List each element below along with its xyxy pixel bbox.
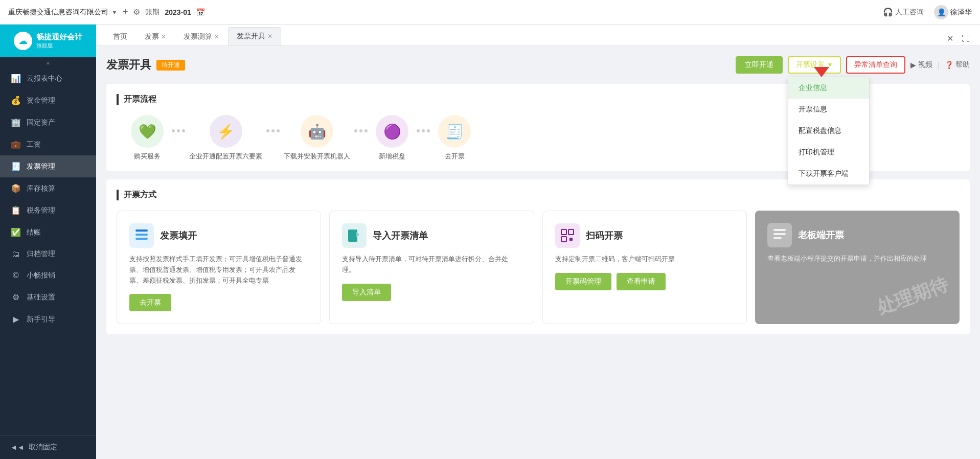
svg-rect-11 xyxy=(773,233,786,235)
method-scan-name: 扫码开票 xyxy=(586,230,623,242)
method-boss-desc: 查看老板端小程序提交的开票申请，并作出相应的处理 xyxy=(767,254,947,264)
method-boss-icon xyxy=(767,223,792,247)
sidebar-item-kucun[interactable]: 📦 库存核算 xyxy=(0,177,96,199)
dropdown-item-invoice-info[interactable]: 开票信息 xyxy=(788,99,869,120)
sidebar-label-jiezhang: 结账 xyxy=(27,228,41,237)
help-button[interactable]: ❓ 帮助 xyxy=(945,60,970,70)
methods-section: 开票方式 发票填开 支持按照发票样式手工填开发票；可开具增值税电子普通发票、增值… xyxy=(106,179,970,334)
sidebar-cancel-fixed[interactable]: ◄◄ 取消固定 xyxy=(0,435,96,459)
sidebar-item-guidang[interactable]: 🗂 归档管理 xyxy=(0,243,96,265)
tab-kaiju[interactable]: 发票开具 ✕ xyxy=(228,27,281,45)
flow-dots-4 xyxy=(413,129,434,132)
logo-text-block: 畅捷通好会计 旗舰版 xyxy=(36,32,82,50)
method-scan-btn1[interactable]: 开票码管理 xyxy=(555,273,611,290)
method-card-scan: 扫码开票 支持定制开票二维码，客户端可扫码开票 开票码管理 查看申请 xyxy=(542,211,747,324)
sidebar-scroll-up[interactable]: ▲ xyxy=(0,57,96,67)
sidebar-item-jichushezhi[interactable]: ⚙ 基础设置 xyxy=(0,286,96,308)
content-area: 首页 发票 ✕ 发票测算 ✕ 发票开具 ✕ ✕ ⛶ xyxy=(96,25,980,459)
method-card-manual: 发票填开 支持按照发票样式手工填开发票；可开具增值税电子普通发票、增值税普通发票… xyxy=(117,211,321,324)
sidebar-item-gudingzichan[interactable]: 🏢 固定资产 xyxy=(0,111,96,133)
sidebar: ☁ 畅捷通好会计 旗舰版 ▲ 📊 云报表中心 💰 资金管理 🏢 固定资产 💼 工… xyxy=(0,25,96,459)
method-scan-btn2[interactable]: 查看申请 xyxy=(617,273,666,290)
methods-section-title: 开票方式 xyxy=(117,190,960,200)
method-manual-desc: 支持按照发票样式手工填开发票；可开具增值税电子普通发票、增值税普通发票、增值税专… xyxy=(129,254,308,286)
svg-rect-7 xyxy=(568,230,574,235)
svg-rect-3 xyxy=(135,238,148,240)
sidebar-label-xinshouyindao: 新手引导 xyxy=(27,315,55,324)
tab-close-button[interactable]: ✕ xyxy=(945,32,955,45)
method-boss-header: 老板端开票 xyxy=(767,223,947,247)
sidebar-item-shuiwu[interactable]: 📋 税务管理 xyxy=(0,199,96,221)
flow-step-download-label: 下载并安装开票机器人 xyxy=(284,152,350,161)
dropdown-item-enterprise[interactable]: 企业信息 xyxy=(788,77,869,99)
tab-fapiao[interactable]: 发票 ✕ xyxy=(136,27,175,45)
company-dropdown-icon[interactable]: ▼ xyxy=(111,9,118,16)
sidebar-label-gudingzichan: 固定资产 xyxy=(27,118,55,127)
main-layout: ☁ 畅捷通好会计 旗舰版 ▲ 📊 云报表中心 💰 资金管理 🏢 固定资产 💼 工… xyxy=(0,25,980,459)
method-import-header: 导入开票清单 xyxy=(342,223,521,248)
sidebar-item-fapiao[interactable]: 🧾 发票管理 xyxy=(0,155,96,177)
method-manual-header: 发票填开 xyxy=(129,223,308,248)
sidebar-label-guidang: 归档管理 xyxy=(27,249,55,259)
tab-fapiao-label: 发票 xyxy=(145,32,159,41)
guidang-icon: 🗂 xyxy=(10,249,21,259)
svg-marker-5 xyxy=(356,232,359,237)
dropdown-item-tax-config[interactable]: 配置税盘信息 xyxy=(788,120,869,142)
sidebar-item-gongzi[interactable]: 💼 工资 xyxy=(0,133,96,155)
tab-maximize-button[interactable]: ⛶ xyxy=(960,32,972,45)
help-label: 帮助 xyxy=(955,60,970,70)
headset-icon: 🎧 xyxy=(883,7,893,17)
flow-step-buy-icon: 💚 xyxy=(131,115,164,148)
dropdown-item-printer[interactable]: 打印机管理 xyxy=(788,142,869,163)
status-badge: 待开通 xyxy=(156,60,185,71)
sidebar-logo: ☁ 畅捷通好会计 旗舰版 xyxy=(0,25,96,57)
activate-button[interactable]: 立即开通 xyxy=(736,56,783,74)
support-button[interactable]: 🎧 人工咨询 xyxy=(883,7,924,17)
abnormal-button[interactable]: 异常清单查询 xyxy=(846,56,905,74)
method-import-btn1[interactable]: 导入清单 xyxy=(342,284,391,301)
shuiwu-icon: 📋 xyxy=(10,205,21,215)
tab-fapiao-close[interactable]: ✕ xyxy=(161,33,166,40)
flow-step-invoice: 🧾 去开票 xyxy=(434,115,475,161)
flow-dots-3 xyxy=(350,129,372,132)
tab-cesuan[interactable]: 发票测算 ✕ xyxy=(175,27,228,45)
settings-icon[interactable]: ⚙ xyxy=(133,7,140,17)
methods-grid: 发票填开 支持按照发票样式手工填开发票；可开具增值税电子普通发票、增值税普通发票… xyxy=(117,211,960,324)
company-selector[interactable]: 重庆畅捷交通信息咨询有限公司 ▼ xyxy=(8,8,118,17)
video-label: 视频 xyxy=(918,60,932,70)
sidebar-label-fapiao: 发票管理 xyxy=(27,162,55,171)
sidebar-item-xiaochangbaoxiao[interactable]: © 小畅报销 xyxy=(0,265,96,286)
tab-kaiju-close[interactable]: ✕ xyxy=(267,33,272,40)
settings-dropdown-menu: 企业信息 开票信息 配置税盘信息 打印机管理 下载开票客户端 xyxy=(788,77,870,185)
page-title: 发票开具 xyxy=(106,57,151,73)
add-company-icon[interactable]: + xyxy=(123,7,128,17)
sidebar-item-jiezhang[interactable]: ✅ 结账 xyxy=(0,221,96,243)
user-name: 徐泽华 xyxy=(950,8,972,17)
tab-cesuan-close[interactable]: ✕ xyxy=(214,33,219,40)
method-manual-name: 发票填开 xyxy=(160,230,197,242)
user-button[interactable]: 👤 徐泽华 xyxy=(934,5,972,19)
xiaochangbaoxiao-icon: © xyxy=(10,271,21,280)
video-button[interactable]: ▶ 视频 xyxy=(910,60,932,70)
flow-dots-1 xyxy=(168,129,189,132)
sidebar-item-yunbao[interactable]: 📊 云报表中心 xyxy=(0,67,96,89)
flow-step-invoice-icon: 🧾 xyxy=(438,115,471,148)
calendar-icon[interactable]: 📅 xyxy=(196,8,205,16)
sidebar-label-gongzi: 工资 xyxy=(27,140,41,149)
logo-subtitle: 旗舰版 xyxy=(36,42,82,50)
sidebar-item-xinshouyindao[interactable]: ▶ 新手引导 xyxy=(0,308,96,330)
flow-dots-2 xyxy=(262,129,284,132)
dropdown-item-download-client[interactable]: 下载开票客户端 xyxy=(788,163,869,185)
sidebar-label-kucun: 库存核算 xyxy=(27,184,55,193)
method-manual-btn1[interactable]: 去开票 xyxy=(129,294,171,311)
kucun-icon: 📦 xyxy=(10,183,21,193)
sidebar-item-zijin[interactable]: 💰 资金管理 xyxy=(0,89,96,111)
sidebar-label-yunbao: 云报表中心 xyxy=(27,74,62,83)
sidebar-label-shuiwu: 税务管理 xyxy=(27,206,55,215)
method-scan-footer: 开票码管理 查看申请 xyxy=(555,273,734,290)
top-bar: 重庆畅捷交通信息咨询有限公司 ▼ + ⚙ 账期 2023-01 📅 🎧 人工咨询… xyxy=(0,0,980,25)
tab-home[interactable]: 首页 xyxy=(104,27,136,45)
cancel-label: 取消固定 xyxy=(29,443,57,452)
flow-step-taxdisk: 🟣 新增税盘 xyxy=(372,115,413,161)
flow-step-taxdisk-label: 新增税盘 xyxy=(379,152,405,161)
